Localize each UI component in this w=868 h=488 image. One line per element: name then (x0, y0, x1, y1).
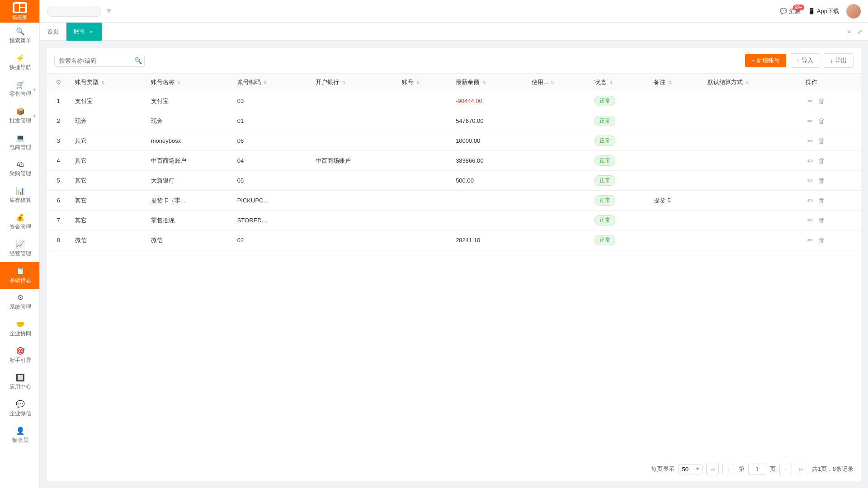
sidebar-item-app-center[interactable]: 🔲 应用中心 (0, 369, 39, 395)
delete-button[interactable]: 🗑 (816, 116, 827, 126)
col-actions: 操作 (800, 74, 861, 91)
edit-button[interactable]: ✏ (806, 196, 815, 206)
col-gear[interactable]: ⚙ (47, 74, 70, 91)
row-code: 03 (232, 91, 310, 111)
edit-button[interactable]: ✏ (806, 116, 815, 126)
row-code: 04 (232, 151, 310, 171)
page-number-input[interactable] (748, 464, 766, 475)
row-index: 7 (47, 211, 70, 230)
row-type: 微信 (70, 230, 146, 250)
topbar-dropdown-icon[interactable]: ▼ (105, 6, 113, 16)
col-status[interactable]: 状态 ⇅ (589, 74, 648, 91)
topbar-search-input[interactable] (47, 6, 101, 17)
row-name: 零售抵现 (146, 211, 232, 230)
message-icon: 💬 (780, 8, 787, 14)
delete-button[interactable]: 🗑 (816, 136, 827, 145)
edit-button[interactable]: ✏ (806, 216, 815, 225)
col-note[interactable]: 备注 ⇅ (648, 74, 702, 91)
sidebar-item-ecommerce[interactable]: 💻 电商管理 (0, 129, 39, 156)
edit-button[interactable]: ✏ (806, 136, 815, 146)
delete-button[interactable]: 🗑 (816, 216, 827, 225)
tab-close-button[interactable]: × (88, 28, 94, 35)
row-bank (310, 191, 396, 211)
row-bank (310, 131, 396, 151)
delete-button[interactable]: 🗑 (816, 235, 827, 245)
page-last-btn[interactable]: ⏭ (796, 463, 808, 475)
export-button[interactable]: ↓ 导出 (824, 53, 854, 68)
status-badge: 正常 (594, 96, 615, 106)
sidebar-item-quick-nav[interactable]: ⚡ 快捷导航 (0, 49, 39, 76)
sidebar-item-operation[interactable]: 📈 经营管理 (0, 235, 39, 262)
sidebar-item-inventory[interactable]: 📊 库存核算 (0, 182, 39, 209)
wholesale-icon: 📦 (16, 107, 25, 116)
sidebar-item-label: 搜索菜单 (9, 37, 31, 45)
tab-close-window-btn[interactable]: × (844, 27, 854, 36)
col-balance[interactable]: 最新余额 ⇅ (450, 74, 526, 91)
col-account-no[interactable]: 账号 ⇅ (396, 74, 450, 91)
row-usage (526, 171, 589, 191)
sidebar-item-search[interactable]: 🔍 搜索菜单 (0, 23, 39, 49)
row-code: 06 (232, 131, 310, 151)
page-first-btn[interactable]: ⏮ (706, 463, 719, 475)
sidebar-item-system[interactable]: ⚙ 系统管理 (0, 289, 39, 315)
sidebar-item-basic-info[interactable]: 📋 基础信息 (0, 262, 39, 289)
table-row: 7 其它 零售抵现 STORED... 正常 ✏ 🗑 (47, 211, 861, 230)
sidebar-item-purchase[interactable]: 🛍 采购管理 (0, 156, 39, 182)
tab-bar: 首页 账号 × × ⤢ (40, 23, 868, 41)
row-account-no (396, 230, 450, 250)
row-bank (310, 111, 396, 131)
topbar-left: ▼ (47, 6, 113, 17)
col-bank[interactable]: 开户银行 ⇅ (310, 74, 396, 91)
add-account-button[interactable]: + 新增账号 (745, 54, 786, 67)
col-settlement[interactable]: 默认结算方式 ⇅ (702, 74, 800, 91)
tab-maximize-btn[interactable]: ⤢ (855, 27, 864, 36)
sidebar-item-finance[interactable]: 💰 资金管理 (0, 209, 39, 235)
tab-home-label: 首页 (47, 28, 59, 36)
delete-button[interactable]: 🗑 (816, 96, 827, 106)
sidebar-item-enterprise-wechat[interactable]: 💬 企业微信 (0, 395, 39, 422)
delete-button[interactable]: 🗑 (816, 196, 827, 205)
app-download-button[interactable]: 📱 App下载 (808, 7, 839, 15)
row-bank (310, 91, 396, 111)
row-actions: ✏ 🗑 (800, 171, 861, 191)
toolbar-right: + 新增账号 ↑ 导入 ↓ 导出 (745, 53, 854, 68)
page-size-select[interactable]: 50 100 200 (678, 464, 703, 474)
col-type[interactable]: 账号类型 ⇅ (70, 74, 146, 91)
account-search-input[interactable] (54, 55, 145, 67)
row-name: 微信 (146, 230, 232, 250)
edit-button[interactable]: ✏ (806, 176, 815, 186)
sidebar-item-retail[interactable]: 🛒 零售管理 ▼ (0, 76, 39, 103)
topbar: ▼ 💬 消息 99+ 📱 App下载 (40, 0, 868, 23)
message-button[interactable]: 💬 消息 99+ (780, 7, 801, 15)
sidebar-item-guide[interactable]: 🎯 新手引导 (0, 342, 39, 369)
tab-home[interactable]: 首页 (40, 23, 66, 41)
pagination: 每页显示 50 100 200 ⏮ ‹ 第 页 › ⏭ 共1页，8条记录 (47, 457, 861, 481)
sidebar-item-wholesale[interactable]: 📦 批发管理 ▼ (0, 103, 39, 129)
col-name[interactable]: 账号名称 ⇅ (146, 74, 232, 91)
search-icon[interactable]: 🔍 (134, 57, 142, 64)
edit-button[interactable]: ✏ (806, 96, 815, 106)
row-balance: 500.00 (450, 171, 526, 191)
delete-button[interactable]: 🗑 (816, 176, 827, 185)
import-button[interactable]: ↑ 导入 (790, 53, 820, 68)
row-usage (526, 131, 589, 151)
edit-button[interactable]: ✏ (806, 235, 815, 245)
row-status: 正常 (589, 171, 648, 191)
sidebar-item-collaboration[interactable]: 🤝 企业协同 (0, 315, 39, 342)
col-code[interactable]: 账号编码 ⇅ (232, 74, 310, 91)
sidebar-item-member[interactable]: 👤 畅会员 (0, 422, 39, 449)
tab-account[interactable]: 账号 × (66, 23, 102, 41)
col-usage[interactable]: 使用... ⇅ (526, 74, 589, 91)
edit-button[interactable]: ✏ (806, 156, 815, 166)
table-row: 4 其它 中百商场账户 04 中百商场账户 383866.00 正常 ✏ 🗑 (47, 151, 861, 171)
page-suffix: 页 (770, 465, 776, 473)
row-balance: 10000.00 (450, 131, 526, 151)
delete-button[interactable]: 🗑 (816, 156, 827, 165)
app-subname: 畅捷版 (12, 14, 27, 21)
row-usage (526, 111, 589, 131)
row-settlement (702, 91, 800, 111)
basic-info-icon: 📋 (16, 267, 25, 275)
user-avatar[interactable] (846, 4, 861, 19)
page-prev-btn[interactable]: ‹ (722, 463, 735, 475)
page-next-btn[interactable]: › (779, 463, 792, 475)
